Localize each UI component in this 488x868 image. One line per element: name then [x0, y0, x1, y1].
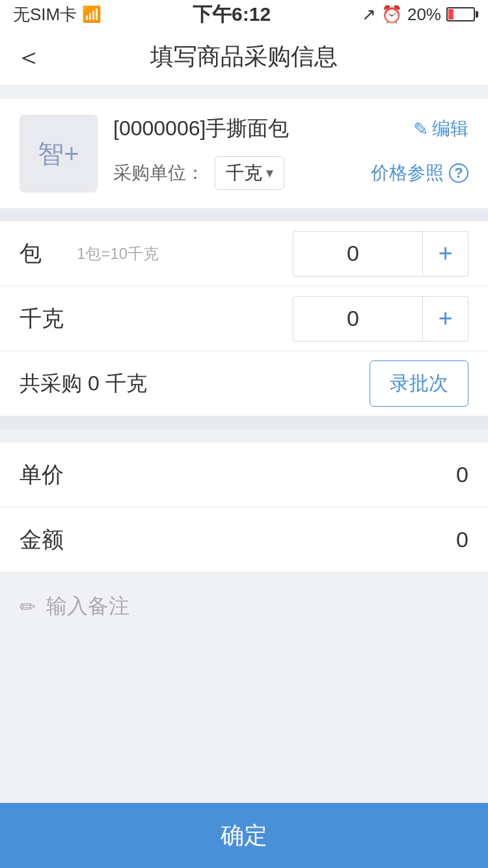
price-ref-label: 价格参照: [371, 161, 444, 185]
status-time: 下午6:12: [193, 1, 271, 28]
bag-plus-button[interactable]: +: [423, 231, 468, 277]
kg-quantity-input[interactable]: [293, 296, 423, 342]
wifi-icon: 📶: [82, 5, 102, 23]
product-logo: 智+: [38, 136, 79, 172]
alarm-icon: ⏰: [381, 5, 402, 25]
total-label: 共采购 0 千克: [20, 370, 147, 398]
battery-icon: [446, 7, 475, 21]
kg-label: 千克: [20, 304, 72, 334]
batch-button[interactable]: 录批次: [370, 360, 468, 407]
bag-input-row: 包 1包=10千克 +: [0, 221, 488, 286]
product-name-row: [0000006]手撕面包 ✎ 编辑: [113, 115, 468, 143]
amount-label: 金额: [20, 525, 64, 555]
total-row: 共采购 0 千克 录批次: [0, 351, 488, 416]
help-icon: ?: [449, 163, 468, 183]
unit-price-label: 单价: [20, 460, 64, 490]
carrier-label: 无SIM卡: [13, 3, 77, 26]
confirm-label: 确定: [221, 820, 267, 852]
edit-icon: ✎: [413, 118, 428, 140]
amount-row: 金额 0: [0, 508, 488, 573]
battery-pct: 20%: [407, 5, 441, 25]
plus-icon-2: +: [438, 305, 452, 332]
remark-placeholder: 输入备注: [46, 592, 129, 621]
unit-value: 千克: [226, 161, 262, 185]
back-icon: ＜: [16, 39, 42, 75]
unit-label: 采购单位：: [113, 161, 204, 185]
product-card: 智+ [0000006]手撕面包 ✎ 编辑 采购单位： 千克 ▾: [0, 99, 488, 208]
section-divider-1: [0, 208, 488, 221]
kg-input-control: +: [293, 296, 468, 342]
plus-icon: +: [438, 239, 452, 267]
confirm-button[interactable]: 确定: [0, 803, 488, 868]
location-icon: ↗: [362, 5, 376, 25]
remark-input-row[interactable]: ✏ 输入备注: [20, 592, 468, 621]
info-section: 单价 0 金额 0: [0, 442, 488, 573]
pencil-icon: ✏: [20, 595, 36, 618]
kg-plus-button[interactable]: +: [423, 296, 468, 342]
bag-quantity-input[interactable]: [293, 231, 423, 277]
status-right: ↗ ⏰ 20%: [362, 5, 475, 25]
remark-section: ✏ 输入备注: [0, 573, 488, 703]
status-bar: 无SIM卡 📶 下午6:12 ↗ ⏰ 20%: [0, 0, 488, 29]
unit-selector[interactable]: 千克 ▾: [215, 156, 284, 190]
page-title: 填写商品采购信息: [150, 41, 338, 73]
kg-input-row: 千克 +: [0, 286, 488, 351]
edit-button[interactable]: ✎ 编辑: [413, 116, 468, 141]
bag-label: 包: [20, 239, 72, 269]
bag-hint: 1包=10千克: [77, 243, 293, 264]
status-left: 无SIM卡 📶: [13, 3, 102, 26]
bag-input-control: +: [293, 231, 468, 277]
unit-price-row: 单价 0: [0, 442, 488, 508]
product-thumbnail: 智+: [20, 115, 98, 193]
input-section: 包 1包=10千克 + 千克 +: [0, 221, 488, 351]
product-name: [0000006]手撕面包: [113, 115, 289, 143]
price-reference-button[interactable]: 价格参照 ?: [371, 161, 468, 185]
amount-value: 0: [456, 527, 468, 552]
product-info: [0000006]手撕面包 ✎ 编辑 采购单位： 千克 ▾ 价格参照 ?: [113, 115, 468, 190]
back-button[interactable]: ＜: [0, 29, 57, 86]
unit-left: 采购单位： 千克 ▾: [113, 156, 284, 190]
edit-label: 编辑: [432, 116, 468, 141]
nav-bar: ＜ 填写商品采购信息: [0, 29, 488, 86]
chevron-down-icon: ▾: [266, 165, 273, 182]
unit-price-value: 0: [456, 462, 468, 487]
unit-row: 采购单位： 千克 ▾ 价格参照 ?: [113, 156, 468, 190]
section-divider-2: [0, 416, 488, 429]
